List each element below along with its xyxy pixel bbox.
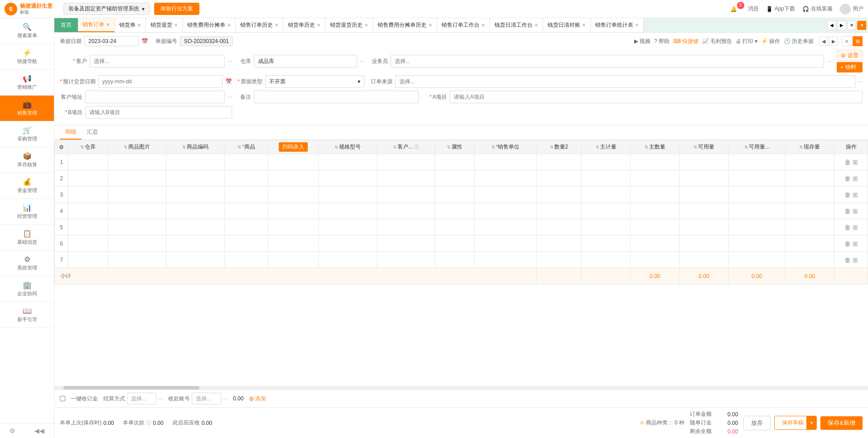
- tab-home[interactable]: 首页: [54, 18, 78, 32]
- delete-btn[interactable]: 🗑: [844, 256, 851, 264]
- app-download-item[interactable]: 📱 App下载: [766, 5, 795, 13]
- tab-close-icon[interactable]: ✕: [106, 22, 110, 27]
- th-gear[interactable]: ⚙: [55, 140, 68, 154]
- project-a-input[interactable]: [450, 91, 863, 103]
- delete-btn[interactable]: 🗑: [844, 240, 851, 247]
- profit-btn[interactable]: 📈 毛利预告: [702, 38, 732, 45]
- td-attribute[interactable]: [435, 154, 475, 170]
- scan-btn[interactable]: 扫码录入: [279, 142, 308, 152]
- tab-sales-return-history[interactable]: 销货单历史 ✕: [283, 18, 325, 32]
- view-mode-list-btn[interactable]: ≡: [842, 36, 852, 46]
- customer-input[interactable]: [90, 55, 225, 67]
- address-expand-icon[interactable]: ···: [228, 94, 232, 100]
- tab-close-icon[interactable]: ✕: [137, 23, 141, 28]
- sidebar-item-basic[interactable]: 📋 基础信息: [0, 225, 54, 250]
- tab-cash-workbench[interactable]: 钱货日清工作台 ✕: [490, 18, 543, 32]
- delete-btn[interactable]: 🗑: [844, 224, 851, 231]
- tab-cash-reconcile[interactable]: 钱货日清对账 ✕: [543, 18, 591, 32]
- td-product[interactable]: [225, 154, 268, 170]
- invoice-select[interactable]: 不开票 ▾: [265, 75, 364, 88]
- sidebar-item-purchase[interactable]: 🛒 采购管理: [0, 121, 54, 147]
- td-image[interactable]: [108, 154, 166, 170]
- copy-btn[interactable]: ⊞: [853, 207, 858, 215]
- tab-sales-fee[interactable]: 销售费用分摊单 ✕: [183, 18, 236, 32]
- td-main-qty[interactable]: [630, 154, 679, 170]
- tab-close-icon[interactable]: ✕: [481, 23, 485, 28]
- tab-close-icon[interactable]: ✕: [635, 23, 639, 28]
- tab-sales-summary[interactable]: 销售订单统计表 ✕: [591, 18, 644, 32]
- delivery-input[interactable]: [98, 75, 223, 88]
- sidebar-item-operations[interactable]: 📊 经营管理: [0, 199, 54, 225]
- operation-btn[interactable]: ⚡ 操作: [761, 38, 780, 45]
- tab-close-icon[interactable]: ✕: [174, 23, 178, 28]
- date-input[interactable]: 2023-03-24: [84, 36, 139, 46]
- help-btn[interactable]: ? 帮助: [654, 38, 669, 45]
- tab-close-icon[interactable]: ✕: [428, 23, 432, 28]
- tab-sales-return[interactable]: 销货单 ✕: [115, 18, 146, 32]
- tab-menu-button[interactable]: ▾: [857, 21, 866, 30]
- discard-button[interactable]: 放弃: [743, 416, 771, 430]
- shortcut-btn[interactable]: ⌨ 快捷键: [673, 38, 698, 45]
- td-current-stock[interactable]: [785, 154, 834, 170]
- tab-sales-return2[interactable]: 销货退货 ✕: [146, 18, 183, 32]
- tab-close-icon[interactable]: ✕: [275, 23, 278, 28]
- salesperson-input[interactable]: [391, 55, 824, 67]
- copy-btn[interactable]: ⊞: [853, 256, 858, 264]
- delete-btn[interactable]: 🗑: [844, 175, 851, 182]
- tab-close-icon[interactable]: ✕: [534, 23, 538, 28]
- add-material-btn[interactable]: + 物料: [837, 62, 863, 72]
- tab-sales-history[interactable]: 销售订单历史 ✕: [236, 18, 283, 32]
- sidebar-item-enterprise[interactable]: 🏢 企业协同: [0, 276, 54, 302]
- page-next-btn[interactable]: ▶: [829, 37, 838, 46]
- sidebar-item-quick-nav[interactable]: ⚡ 快捷导航: [0, 44, 54, 70]
- tab-close-icon[interactable]: ✕: [317, 23, 320, 28]
- warehouse-select[interactable]: 成品库: [254, 55, 357, 67]
- delete-btn[interactable]: 🗑: [844, 207, 851, 215]
- tab-sales-workbench[interactable]: 销售订单工作台 ✕: [437, 18, 490, 32]
- table-scroll-bar[interactable]: [63, 386, 199, 390]
- sidebar-item-guide[interactable]: 📖 新手引导: [0, 302, 54, 328]
- history-btn[interactable]: 🕐 历史单据: [784, 38, 814, 45]
- copy-btn[interactable]: ⊞: [853, 175, 858, 182]
- warehouse-expand-icon[interactable]: ···: [360, 58, 364, 64]
- tab-close-all-button[interactable]: ✕: [847, 21, 856, 30]
- td-warehouse[interactable]: [68, 154, 108, 170]
- copy-btn[interactable]: ⊞: [853, 240, 858, 247]
- view-mode-detail-btn[interactable]: ⊞: [853, 36, 863, 46]
- calendar-small-icon[interactable]: 📅: [225, 78, 232, 85]
- td-spec[interactable]: [319, 154, 377, 170]
- td-available2[interactable]: [728, 154, 785, 170]
- detail-tab-summary[interactable]: 汇总: [82, 125, 103, 140]
- td-available[interactable]: [679, 154, 728, 170]
- copy-btn[interactable]: ⊞: [853, 191, 858, 198]
- tab-close-icon[interactable]: ✕: [364, 23, 368, 28]
- page-prev-btn[interactable]: ◀: [819, 37, 828, 46]
- td-scan[interactable]: [268, 154, 319, 170]
- sidebar-item-finance[interactable]: 💰 资金管理: [0, 173, 54, 199]
- payment-method-select[interactable]: 选择...: [127, 393, 156, 404]
- view-btn[interactable]: ▶ 视频: [634, 38, 650, 45]
- save-draft-button[interactable]: 保存草稿 ▾: [774, 416, 817, 430]
- td-customer-code[interactable]: [377, 154, 435, 170]
- print-btn[interactable]: 🖨 打印 ▾: [736, 38, 757, 45]
- order-source-input[interactable]: [395, 75, 855, 88]
- goods-types[interactable]: ⊙ 商品种类： 0 种: [640, 419, 685, 427]
- tab-sales-fee-history[interactable]: 销售费用分摊单历史 ✕: [373, 18, 437, 32]
- calendar-icon[interactable]: 📅: [141, 38, 148, 44]
- delete-btn[interactable]: 🗑: [844, 159, 851, 166]
- customer-expand-icon[interactable]: ···: [228, 58, 232, 64]
- sidebar-item-search[interactable]: 🔍 搜索菜单: [0, 18, 54, 44]
- tab-sales-return2-history[interactable]: 销货退货历史 ✕: [325, 18, 373, 32]
- save-new-button[interactable]: 保存&新增: [820, 416, 863, 430]
- notification-item[interactable]: 🔔 9 消息: [730, 5, 759, 13]
- detail-tab-mingxi[interactable]: 明细: [60, 125, 82, 140]
- collapse-icon[interactable]: ◀◀: [34, 427, 44, 434]
- th-scan[interactable]: 扫码录入: [268, 140, 319, 154]
- settings-footer-icon[interactable]: ⚙: [10, 427, 15, 434]
- sidebar-item-inventory[interactable]: 📦 库存核算: [0, 147, 54, 173]
- sidebar-item-marketing[interactable]: 📢 营销推广: [0, 70, 54, 96]
- td-code[interactable]: [166, 154, 225, 170]
- tab-next-button[interactable]: ▶: [837, 21, 846, 30]
- td-main-unit[interactable]: [582, 154, 630, 170]
- tab-close-icon[interactable]: ✕: [227, 23, 231, 28]
